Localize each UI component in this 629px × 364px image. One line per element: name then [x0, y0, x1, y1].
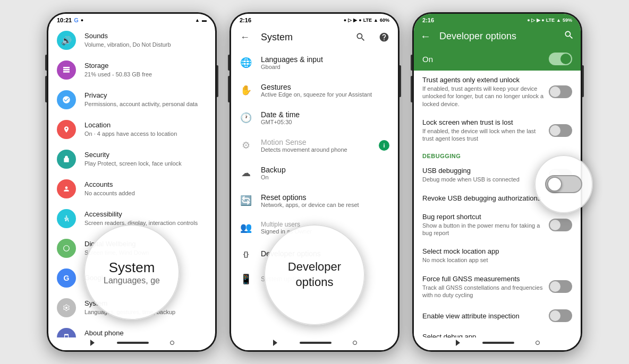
on-row: On	[414, 47, 581, 71]
wifi-icon: ▲	[195, 18, 200, 23]
backup-subtitle: On	[261, 174, 389, 180]
zoom-circle-2: Developer options	[264, 224, 365, 325]
on-label: On	[422, 55, 433, 64]
phone-2: 2:16 ● ▷ ▶ ● LTE ▲ 60% ← System	[230, 12, 400, 352]
dev-item-lock-screen[interactable]: Lock screen when trust is lost If enable…	[414, 113, 581, 148]
app-bar-2: ← System	[231, 25, 398, 49]
whatsapp-status-icon: ●	[344, 18, 346, 23]
languages-subtitle: Gboard	[261, 64, 389, 70]
system-item-reset[interactable]: 🔄 Reset options Network, apps, or device…	[231, 187, 398, 214]
list-item-sounds[interactable]: 🔊 Sounds Volume, vibration, Do Not Distu…	[48, 25, 215, 55]
home-button-2[interactable]	[300, 342, 332, 344]
app-bar-title-2: System	[261, 32, 345, 43]
location-subtitle: On · 4 apps have access to location	[84, 130, 207, 137]
languages-title: Languages & input	[261, 55, 389, 64]
list-item-storage[interactable]: Storage 21% used - 50.83 GB free	[48, 55, 215, 85]
motion-icon: ⚙	[240, 139, 252, 152]
datetime-title: Date & time	[261, 110, 389, 119]
gnss-toggle[interactable]	[549, 280, 572, 293]
bug-report-toggle[interactable]	[549, 219, 572, 231]
developer-icon: {}	[240, 247, 252, 260]
list-item-security[interactable]: Security Play Protect, screen lock, face…	[48, 144, 215, 174]
usb-debugging-subtitle: Debug mode when USB is connected	[422, 176, 545, 183]
about-title: About phone	[84, 329, 207, 337]
bug-report-subtitle: Show a button in the power menu for taki…	[422, 222, 545, 237]
system-item-languages[interactable]: 🌐 Languages & input Gboard	[231, 49, 398, 76]
system-item-gestures[interactable]: ✋ Gestures Active Edge on, squeeze for y…	[231, 76, 398, 104]
back-button-1[interactable]	[90, 340, 95, 346]
zoom-circle-1: System Languages, ge	[84, 224, 180, 320]
system-item-backup[interactable]: ☁ Backup On	[231, 159, 398, 187]
recents-button-1[interactable]	[170, 341, 174, 345]
multiple-users-icon: 👥	[240, 221, 252, 234]
list-item-location[interactable]: Location On · 4 apps have access to loca…	[48, 115, 215, 144]
list-item-privacy[interactable]: Privacy Permissions, account activity, p…	[48, 85, 215, 115]
accessibility-title: Accessibility	[84, 210, 207, 219]
location-title: Location	[84, 121, 207, 130]
home-button-3[interactable]	[482, 342, 514, 344]
dev-item-gnss[interactable]: Force full GNSS measurements Track all G…	[414, 270, 581, 305]
dev-item-view-attribute[interactable]: Enable view attribute inspection	[414, 304, 581, 327]
sounds-icon: 🔊	[57, 31, 76, 50]
phone-3: 2:16 ● ▷ ▶ ● LTE ▲ 59% ← Developer optio…	[412, 12, 582, 352]
dev-item-mock-location[interactable]: Select mock location app No mock locatio…	[414, 242, 581, 269]
nav-bar-2	[231, 337, 398, 350]
backup-icon: ☁	[240, 167, 252, 179]
recents-button-3[interactable]	[536, 341, 540, 345]
system-item-motion[interactable]: ⚙ Motion Sense Detects movement around p…	[231, 132, 398, 159]
system-icon	[57, 298, 76, 317]
lte-label-2: LTE	[363, 18, 372, 23]
phone-1: 10:21 G ● ▲ ▬ 🔊 Sounds Volume, vibration…	[47, 12, 217, 352]
privacy-title: Privacy	[84, 91, 207, 100]
lock-screen-subtitle: If enabled, the device will lock when th…	[422, 127, 545, 143]
home-button-1[interactable]	[117, 342, 149, 344]
dev-item-debug-app[interactable]: Select debug app	[414, 327, 581, 337]
nav-bar-1	[48, 337, 215, 350]
view-attribute-toggle[interactable]	[549, 309, 572, 322]
list-item-accounts[interactable]: Accounts No accounts added	[48, 174, 215, 204]
location-icon	[57, 120, 76, 139]
accounts-icon	[57, 179, 76, 198]
back-button-3[interactable]	[456, 340, 460, 346]
gestures-subtitle: Active Edge on, squeeze for your Assista…	[261, 91, 389, 98]
system-item-datetime[interactable]: 🕐 Date & time GMT+05:30	[231, 104, 398, 132]
motion-title: Motion Sense	[261, 138, 370, 146]
developer-toggle[interactable]	[549, 53, 572, 65]
status-icons-3: ● ▷ ▶ ●	[527, 18, 544, 23]
list-item-about[interactable]: About phone Pixel 4 XL	[48, 323, 215, 337]
mock-location-title: Select mock location app	[422, 247, 572, 255]
status-bar-3: 2:16 ● ▷ ▶ ● LTE ▲ 59%	[414, 14, 581, 25]
signal-bars-2: ▲	[373, 18, 378, 23]
battery-icon: ▬	[202, 18, 207, 23]
storage-icon	[57, 60, 76, 80]
back-arrow-2[interactable]: ←	[237, 30, 252, 45]
trust-agents-toggle[interactable]	[549, 85, 572, 98]
dev-item-trust-agents[interactable]: Trust agents only extend unlock If enabl…	[414, 71, 581, 113]
digital-wellbeing-icon	[57, 239, 76, 258]
back-button-2[interactable]	[273, 340, 277, 346]
zoom-sub-1: Languages, ge	[104, 276, 160, 285]
dev-bar-title: Developer options	[439, 31, 555, 42]
search-icon-3[interactable]	[564, 30, 574, 43]
lte-label-3: LTE	[546, 18, 555, 23]
gnss-title: Force full GNSS measurements	[422, 275, 545, 283]
accessibility-subtitle: Screen readers, display, interaction con…	[84, 219, 207, 227]
search-icon-2[interactable]	[353, 30, 368, 45]
help-icon-2[interactable]	[377, 30, 392, 45]
dev-item-bug-report[interactable]: Bug report shortcut Show a button in the…	[414, 207, 581, 242]
usb-debugging-title: USB debugging	[422, 167, 545, 175]
sounds-title: Sounds	[84, 32, 207, 41]
status-bar-1: 10:21 G ● ▲ ▬	[48, 14, 215, 25]
trust-agents-title: Trust agents only extend unlock	[422, 76, 545, 84]
time-2: 2:16	[240, 17, 251, 23]
gestures-title: Gestures	[261, 83, 389, 91]
recents-button-2[interactable]	[353, 341, 357, 345]
zoom-text-2: Developer options	[270, 259, 359, 290]
lock-screen-toggle[interactable]	[549, 124, 572, 137]
zoom-circle-3	[534, 155, 593, 213]
datetime-icon: 🕐	[240, 111, 252, 124]
gnss-subtitle: Track all GNSS constellations and freque…	[422, 284, 545, 299]
view-attribute-title: Enable view attribute inspection	[422, 312, 545, 320]
back-arrow-3[interactable]: ←	[420, 30, 431, 42]
media-status-icon: ▷	[348, 18, 352, 23]
